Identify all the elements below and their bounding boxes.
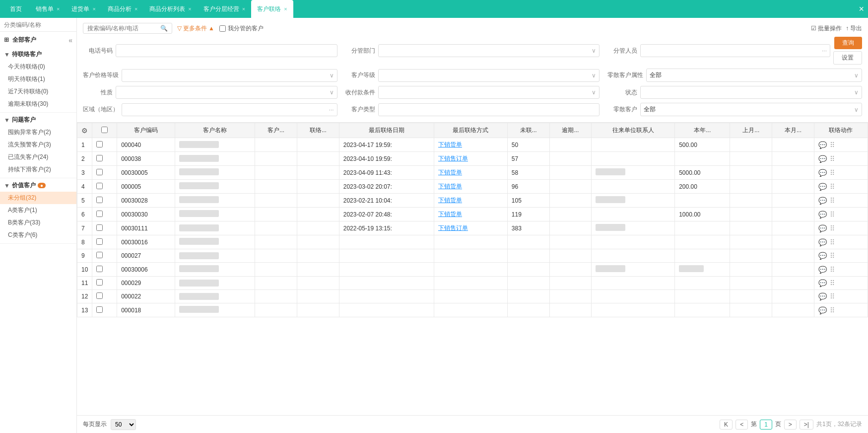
sidebar-all-customers[interactable]: ⊞ 全部客户 « — [0, 32, 76, 48]
nav-tab-customer-tier[interactable]: 客户分层经营 × — [198, 0, 251, 18]
row-checkbox[interactable] — [96, 292, 103, 299]
row-last-method[interactable]: 下销货单 — [434, 194, 507, 208]
close-tab-customer-contact[interactable]: × — [284, 6, 287, 12]
row-checkbox[interactable] — [96, 169, 103, 175]
contact-action-icon[interactable]: 💬 — [818, 141, 827, 149]
sidebar-item-b-class[interactable]: B类客户(33) — [0, 216, 76, 229]
row-last-method[interactable] — [434, 263, 507, 277]
reset-btn[interactable]: 设置 — [833, 51, 862, 65]
query-btn[interactable]: 查询 — [834, 37, 862, 49]
contact-action-icon[interactable]: 💬 — [818, 238, 827, 246]
sidebar-item-overdue[interactable]: 逾期未联络(30) — [0, 98, 76, 110]
filter-staff-input[interactable]: ··· — [640, 44, 830, 57]
prev-page-btn[interactable]: < — [735, 420, 748, 430]
filter-retail-customer-input[interactable]: 全部∨ — [640, 103, 862, 116]
row-last-method[interactable]: 下销货单 — [434, 166, 507, 180]
sidebar-item-ungroup[interactable]: 未分组(32) — [0, 192, 76, 204]
row-checkbox[interactable] — [96, 141, 103, 147]
contact-action-icon[interactable]: 💬 — [818, 279, 827, 287]
more-action-icon[interactable]: ⠿ — [830, 197, 835, 205]
contact-action-icon[interactable]: 💬 — [818, 266, 827, 274]
nav-tab-purchase[interactable]: 进货单 × — [66, 0, 101, 18]
settings-gear-icon[interactable]: ⚙ — [81, 127, 88, 135]
more-action-icon[interactable]: ⠿ — [830, 155, 835, 163]
nav-tab-product-analysis[interactable]: 商品分析 × — [102, 0, 143, 18]
contact-action-icon[interactable]: 💬 — [818, 197, 827, 205]
close-tab-purchase[interactable]: × — [92, 6, 95, 12]
row-checkbox[interactable] — [96, 266, 103, 272]
more-action-icon[interactable]: ⠿ — [830, 141, 835, 149]
filter-region-input[interactable]: ··· — [122, 103, 337, 116]
more-action-icon[interactable]: ⠿ — [830, 238, 835, 246]
sidebar-section-pending-title[interactable]: ▼ 待联络客户 — [0, 48, 76, 61]
filter-status-input[interactable]: ∨ — [640, 86, 862, 99]
filter-search-icon[interactable]: 🔍 — [160, 25, 168, 32]
row-last-method[interactable]: 下销售订单 — [434, 221, 507, 235]
row-checkbox[interactable] — [96, 252, 103, 258]
col-settings[interactable]: ⚙ — [77, 123, 92, 138]
close-tab-customer-tier[interactable]: × — [242, 6, 245, 12]
col-checkbox-header[interactable] — [92, 123, 117, 138]
filter-search-input[interactable] — [87, 25, 160, 32]
nav-tab-product-analysis-list[interactable]: 商品分析列表 × — [143, 0, 197, 18]
contact-action-icon[interactable]: 💬 — [818, 211, 827, 218]
filter-property-input[interactable]: ∨ — [116, 86, 337, 99]
close-tab-product-analysis[interactable]: × — [134, 6, 137, 12]
batch-operation-btn[interactable]: ☑ 批量操作 — [811, 24, 842, 33]
filter-payment-input[interactable]: ∨ — [378, 86, 600, 99]
close-tab-sales[interactable]: × — [57, 6, 60, 12]
row-last-method[interactable]: 下销货单 — [434, 138, 507, 152]
sidebar-item-hoarding[interactable]: 囤购异常客户(2) — [0, 126, 76, 139]
row-checkbox[interactable] — [96, 279, 103, 286]
row-checkbox[interactable] — [96, 183, 103, 189]
row-last-method[interactable]: 下销货单 — [434, 208, 507, 221]
filter-price-level-input[interactable]: ∨ — [122, 69, 337, 82]
more-action-icon[interactable]: ⠿ — [830, 279, 835, 287]
last-page-btn[interactable]: >| — [800, 420, 813, 430]
more-action-icon[interactable]: ⠿ — [830, 211, 835, 218]
contact-action-icon[interactable]: 💬 — [818, 155, 827, 163]
filter-customer-type-input[interactable] — [378, 103, 600, 116]
sidebar-section-value-title[interactable]: ▼ 价值客户 ● — [0, 179, 76, 192]
row-checkbox[interactable] — [96, 238, 103, 245]
sidebar-item-tomorrow[interactable]: 明天待联络(1) — [0, 73, 76, 85]
sidebar-search-input[interactable] — [4, 21, 77, 28]
more-action-icon[interactable]: ⠿ — [830, 306, 835, 314]
filter-phone-input[interactable] — [116, 44, 337, 57]
more-action-icon[interactable]: ⠿ — [830, 266, 835, 274]
filter-customer-level-input[interactable]: ∨ — [378, 69, 600, 82]
row-checkbox[interactable] — [96, 306, 103, 313]
sidebar-item-churned[interactable]: 已流失客户(24) — [0, 151, 76, 163]
more-action-icon[interactable]: ⠿ — [830, 169, 835, 177]
close-tab-product-analysis-list[interactable]: × — [188, 6, 191, 12]
select-all-checkbox[interactable] — [101, 127, 108, 133]
row-last-method[interactable] — [434, 277, 507, 290]
next-page-btn[interactable]: > — [784, 420, 797, 430]
my-customer-checkbox[interactable] — [219, 25, 226, 32]
contact-action-icon[interactable]: 💬 — [818, 292, 827, 300]
row-last-method[interactable] — [434, 235, 507, 249]
filter-retail-attr-input[interactable]: 全部∨ — [646, 69, 862, 82]
filter-my-customer[interactable]: 我分管的客户 — [219, 24, 264, 33]
row-last-method[interactable] — [434, 290, 507, 303]
contact-action-icon[interactable]: 💬 — [818, 252, 827, 260]
first-page-btn[interactable]: K — [720, 420, 733, 430]
row-checkbox[interactable] — [96, 224, 103, 231]
page-size-select[interactable]: 50 20 100 — [111, 419, 136, 430]
more-action-icon[interactable]: ⠿ — [830, 183, 835, 191]
contact-action-icon[interactable]: 💬 — [818, 169, 827, 177]
filter-dept-input[interactable]: ∨ — [378, 44, 600, 57]
sidebar-section-problem-title[interactable]: ▼ 问题客户 — [0, 114, 76, 126]
row-checkbox[interactable] — [96, 211, 103, 217]
more-action-icon[interactable]: ⠿ — [830, 292, 835, 300]
sidebar-collapse-btn[interactable]: « — [68, 36, 72, 44]
nav-tab-customer-contact[interactable]: 客户联络 × — [251, 0, 293, 18]
sidebar-item-today[interactable]: 今天待联络(0) — [0, 61, 76, 73]
row-last-method[interactable]: 下销货单 — [434, 180, 507, 194]
nav-home[interactable]: 首页 — [4, 0, 28, 18]
more-action-icon[interactable]: ⠿ — [830, 224, 835, 232]
filter-more-conditions-btn[interactable]: ▽ 更多条件 ▲ — [177, 24, 214, 33]
contact-action-icon[interactable]: 💬 — [818, 224, 827, 232]
export-btn[interactable]: ↑ 导出 — [846, 24, 862, 33]
contact-action-icon[interactable]: 💬 — [818, 306, 827, 314]
